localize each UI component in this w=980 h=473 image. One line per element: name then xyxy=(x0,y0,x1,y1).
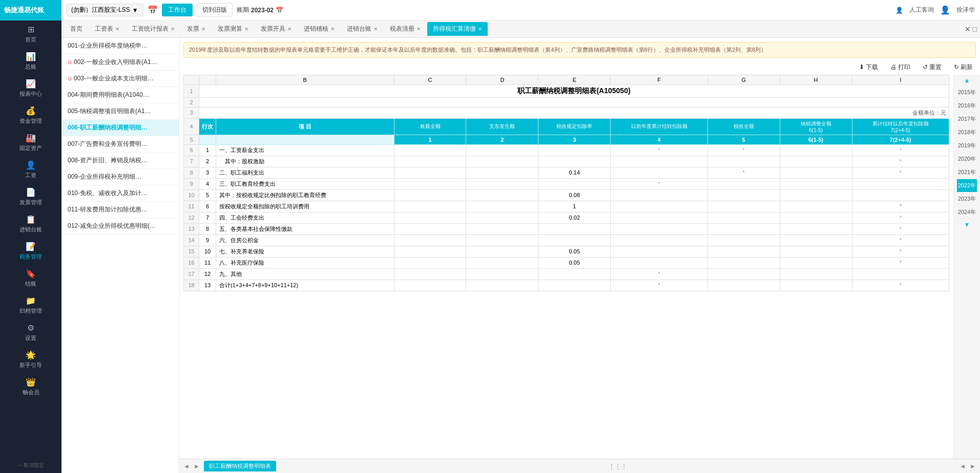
cell-c2[interactable] xyxy=(466,257,538,268)
cell-c7[interactable] xyxy=(852,178,949,189)
cell-c6[interactable] xyxy=(780,212,852,223)
tab-home[interactable]: 首页 xyxy=(65,22,88,36)
tab-income_tax[interactable]: 所得税汇算清缴✕ xyxy=(427,22,488,36)
company-selector[interactable]: (勿删）江西股宝-LSS ▼ xyxy=(67,4,143,16)
year-nav-item[interactable]: 2018年 xyxy=(957,126,977,139)
cell-c3[interactable] xyxy=(538,268,611,280)
sidebar-item-settings[interactable]: ⚙设置 xyxy=(0,319,61,346)
cell-c1[interactable] xyxy=(394,156,466,167)
cell-c5[interactable] xyxy=(707,246,780,257)
support-label[interactable]: 人工客询 xyxy=(909,6,934,14)
cell-c7[interactable]: * xyxy=(852,234,949,246)
cell-c4[interactable]: * xyxy=(611,144,707,156)
cell-c3[interactable] xyxy=(538,178,611,189)
cell-c2[interactable] xyxy=(466,234,538,246)
cancel-fixed[interactable]: ↔ 取消固定 xyxy=(0,458,61,473)
cell-c3[interactable] xyxy=(538,234,611,246)
cell-c4[interactable]: * xyxy=(611,268,707,280)
panel-item-010[interactable]: 010-免税、减收收入及加计… xyxy=(61,185,179,202)
sidebar-item-invoice_mgr[interactable]: 📄发票管理 xyxy=(0,183,61,210)
switch-version-button[interactable]: 切到旧版 xyxy=(197,3,233,17)
cell-c7[interactable]: * xyxy=(852,156,949,167)
cell-c2[interactable] xyxy=(466,178,538,189)
cell-c7[interactable] xyxy=(852,268,949,280)
year-nav-item[interactable]: 2022年 xyxy=(957,179,977,192)
tab-close-inout_ledger[interactable]: ✕ xyxy=(373,26,378,32)
cell-c6[interactable] xyxy=(780,178,852,189)
cell-c6[interactable] xyxy=(780,156,852,167)
panel-item-009[interactable]: 009-企业所得税补充明细… xyxy=(61,169,179,185)
cell-c5[interactable]: * xyxy=(707,167,780,178)
cell-c5[interactable] xyxy=(707,178,780,189)
cell-c1[interactable] xyxy=(394,167,466,178)
cell-c5[interactable] xyxy=(707,156,780,167)
cell-c7[interactable]: * xyxy=(852,167,949,178)
workspace-button[interactable]: 工作台 xyxy=(162,4,193,16)
reset-button[interactable]: ↺ 重置 xyxy=(920,62,945,73)
year-nav-item[interactable]: 2019年 xyxy=(957,139,977,153)
tab-close-inout_check[interactable]: ✕ xyxy=(330,26,335,32)
cell-c5[interactable] xyxy=(707,268,780,280)
cell-c3[interactable]: 0.02 xyxy=(538,212,611,223)
cell-c1[interactable] xyxy=(394,178,466,189)
sidebar-item-report[interactable]: 📈报表中心 xyxy=(0,75,61,102)
tab-close-invoice_calc[interactable]: ✕ xyxy=(244,26,248,32)
panel-item-004[interactable]: 004-期间费用明细表(A1040… xyxy=(61,87,179,103)
cell-c2[interactable] xyxy=(466,167,538,178)
tab-inout_check[interactable]: 进销稽核✕ xyxy=(298,22,340,36)
cell-c2[interactable] xyxy=(466,201,538,212)
scroll-left-icon[interactable]: ◄ xyxy=(960,463,966,470)
year-nav-item[interactable]: 2021年 xyxy=(957,166,977,179)
sidebar-item-salary[interactable]: 👤工资 xyxy=(0,156,61,183)
sidebar-item-accounting[interactable]: 🔖结账 xyxy=(0,265,61,292)
close-window-icon[interactable]: ✕ xyxy=(965,25,971,33)
refresh-button[interactable]: ↻ 刷新 xyxy=(951,62,976,73)
year-nav-item[interactable]: 2016年 xyxy=(957,99,977,113)
sidebar-item-fixed_asset[interactable]: 🏭固定资产 xyxy=(0,129,61,156)
tab-invoice[interactable]: 发票✕ xyxy=(181,22,211,36)
cell-c3[interactable]: 0.08 xyxy=(538,189,611,201)
tab-close-tax_clear[interactable]: ✕ xyxy=(416,26,421,32)
download-button[interactable]: ⬇ 下载 xyxy=(856,62,881,73)
tab-close-invoice_open[interactable]: ✕ xyxy=(287,26,291,32)
panel-item-005[interactable]: 005-纳税调整项目明细表(A1… xyxy=(61,103,179,120)
cell-c4[interactable] xyxy=(611,223,707,234)
cell-c3[interactable] xyxy=(538,156,611,167)
tab-inout_ledger[interactable]: 进销台账✕ xyxy=(341,22,383,36)
cell-c4[interactable]: * xyxy=(611,280,707,291)
year-down-button[interactable]: ▼ xyxy=(954,219,980,230)
cell-c4[interactable] xyxy=(611,201,707,212)
cell-c4[interactable] xyxy=(611,189,707,201)
sidebar-item-guide[interactable]: 🌟新手引导 xyxy=(0,346,61,373)
cell-c5[interactable] xyxy=(707,223,780,234)
maximize-icon[interactable]: □ xyxy=(973,25,977,33)
sidebar-item-capital[interactable]: 💰资金管理 xyxy=(0,102,61,129)
cell-c5[interactable] xyxy=(707,212,780,223)
cell-c6[interactable] xyxy=(780,246,852,257)
cell-c4[interactable] xyxy=(611,156,707,167)
cell-c1[interactable] xyxy=(394,189,466,201)
panel-item-008[interactable]: 008-资产折旧、摊销及纳税… xyxy=(61,153,179,169)
cell-c2[interactable] xyxy=(466,246,538,257)
cell-c5[interactable]: * xyxy=(707,144,780,156)
cell-c5[interactable] xyxy=(707,189,780,201)
tab-tax_clear[interactable]: 税表清册✕ xyxy=(384,22,426,36)
cell-c1[interactable] xyxy=(394,201,466,212)
cell-c6[interactable] xyxy=(780,223,852,234)
year-nav-item[interactable]: 2015年 xyxy=(957,86,977,99)
cell-c3[interactable] xyxy=(538,280,611,291)
cell-c2[interactable] xyxy=(466,212,538,223)
user-label[interactable]: 徐泽华 xyxy=(956,6,975,14)
panel-item-002[interactable]: ⊙002-一般企业收入明细表(A1… xyxy=(61,54,179,71)
tab-close-income_tax[interactable]: ✕ xyxy=(478,26,482,32)
cell-c2[interactable] xyxy=(466,189,538,201)
cell-c3[interactable]: 0.14 xyxy=(538,167,611,178)
cell-c6[interactable] xyxy=(780,268,852,280)
year-up-button[interactable]: ▲ xyxy=(954,75,980,86)
cell-c2[interactable] xyxy=(466,223,538,234)
panel-item-011[interactable]: 011-研发费用加计扣除优惠… xyxy=(61,202,179,218)
year-nav-item[interactable]: 2023年 xyxy=(957,192,977,206)
cell-c4[interactable] xyxy=(611,167,707,178)
tab-invoice_calc[interactable]: 发票测算✕ xyxy=(212,22,254,36)
sidebar-item-tax[interactable]: 📝税务管理 xyxy=(0,238,61,265)
